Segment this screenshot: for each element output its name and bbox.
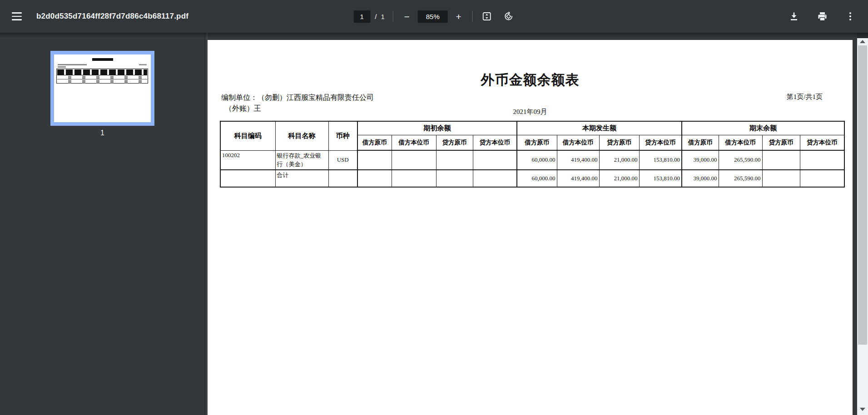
sub-header: 贷方本位币 [639, 135, 682, 150]
cell-value [357, 150, 392, 170]
vertical-scrollbar[interactable] [857, 33, 868, 415]
page-separator: / [375, 13, 377, 20]
download-icon[interactable] [788, 10, 800, 22]
page-number-input[interactable]: 1 [353, 10, 370, 23]
sub-header: 借方本位币 [392, 135, 436, 150]
cell-value [473, 170, 517, 187]
print-icon[interactable] [816, 10, 828, 22]
cell-value [436, 170, 473, 187]
cell-value: 419,400.00 [557, 150, 599, 170]
pdf-toolbar: b2d0d535d7164ff28f7d7d86c4b68117.pdf 1 /… [0, 0, 868, 33]
cell-value: 60,000.00 [517, 150, 557, 170]
cell-value [392, 150, 436, 170]
thumbnail-sidebar: 1 [0, 33, 204, 415]
thumbnail-text-smudge [58, 66, 66, 68]
cell-value: 39,000.00 [682, 170, 719, 187]
cell-value: 21,000.00 [599, 150, 639, 170]
group-header-current: 本期发生额 [517, 121, 682, 135]
toolbar-right-section [788, 0, 868, 33]
cell-value: 265,590.00 [719, 150, 762, 170]
scrollbar-top-cap [857, 33, 868, 38]
toolbar-page-controls: 1 / 1 − 85% + [353, 0, 515, 33]
cell-value [392, 170, 436, 187]
sub-header: 借方本位币 [719, 135, 762, 150]
pdf-page: 外币金额余额表 编制单位：（勿删）江西服宝精品有限责任公司 （外账）王 第1页/… [208, 40, 853, 415]
toolbar-divider [393, 11, 393, 22]
zoom-in-icon[interactable]: + [453, 12, 464, 21]
cell-total-label: 合计 [275, 170, 328, 187]
sub-header: 借方原币 [357, 135, 392, 150]
cell-value [357, 170, 392, 187]
cell-value: 419,400.00 [557, 170, 599, 187]
thumbnail-text-smudge [139, 64, 147, 65]
thumbnail-page-number: 1 [50, 129, 154, 137]
sub-header: 贷方原币 [762, 135, 800, 150]
cell-value: 153,810.00 [639, 150, 682, 170]
cell-account-code [220, 170, 275, 187]
col-header-currency: 币种 [328, 121, 357, 150]
sub-header: 贷方原币 [436, 135, 473, 150]
group-header-closing: 期末余额 [682, 121, 844, 135]
page-indicator: 第1页/共1页 [787, 93, 823, 101]
toolbar-divider [472, 11, 473, 22]
cell-account-code: 100202 [220, 150, 275, 170]
cell-value: 21,000.00 [599, 170, 639, 187]
balance-table: 科目编码 科目名称 币种 期初余额 本期发生额 期末余额 借方原币 借方本位币 … [220, 121, 845, 188]
thumbnail-table-smudge [56, 69, 148, 84]
scroll-up-icon[interactable] [860, 40, 865, 43]
cell-value: 265,590.00 [719, 170, 762, 187]
thumbnail-page-preview [54, 54, 151, 122]
prepared-by-line: 编制单位：（勿删）江西服宝精品有限责任公司 [221, 93, 374, 103]
pdf-viewer-area: 外币金额余额表 编制单位：（勿删）江西服宝精品有限责任公司 （外账）王 第1页/… [208, 33, 857, 415]
col-header-account-name: 科目名称 [275, 121, 328, 150]
col-header-account-code: 科目编码 [220, 121, 275, 150]
menu-icon[interactable] [12, 11, 23, 22]
cell-currency [328, 170, 357, 187]
cell-value [800, 150, 844, 170]
more-menu-icon[interactable] [844, 10, 856, 22]
toolbar-left-section: b2d0d535d7164ff28f7d7d86c4b68117.pdf [0, 11, 188, 22]
sub-header: 借方原币 [517, 135, 557, 150]
pdf-viewer-window: b2d0d535d7164ff28f7d7d86c4b68117.pdf 1 /… [0, 0, 868, 415]
thumbnail-text-smudge [58, 64, 87, 65]
page-thumbnail[interactable] [50, 51, 154, 126]
document-title: 外币金额余额表 [208, 71, 853, 89]
cell-account-name: 银行存款_农业银行（美金） [275, 150, 328, 170]
document-filename: b2d0d535d7164ff28f7d7d86c4b68117.pdf [36, 12, 188, 21]
zoom-out-icon[interactable]: − [402, 12, 412, 21]
cell-value [473, 150, 517, 170]
sub-header: 借方本位币 [557, 135, 599, 150]
sub-header: 借方原币 [682, 135, 719, 150]
cell-currency: USD [328, 150, 357, 170]
table-row: 100202 银行存款_农业银行（美金） USD 60,000.00 419,4… [220, 150, 844, 170]
cell-value [762, 170, 800, 187]
sub-header: 贷方原币 [599, 135, 639, 150]
page-total-count: 1 [381, 13, 384, 20]
fit-to-page-icon[interactable] [481, 10, 493, 22]
sidebar-divider [204, 33, 208, 415]
cell-value [800, 170, 844, 187]
rotate-icon[interactable] [503, 10, 515, 22]
scrollbar-thumb[interactable] [858, 45, 867, 345]
cell-value [436, 150, 473, 170]
group-header-opening: 期初余额 [357, 121, 517, 135]
sub-header: 贷方本位币 [473, 135, 517, 150]
table-total-row: 合计 60,000.00 419,400.00 21,000.00 153,81… [220, 170, 844, 187]
sub-header: 贷方本位币 [800, 135, 844, 150]
cell-value: 60,000.00 [517, 170, 557, 187]
cell-value: 39,000.00 [682, 150, 719, 170]
thumbnail-title-smudge [92, 58, 113, 61]
report-period: 2021年09月 [208, 108, 853, 116]
zoom-level-input[interactable]: 85% [418, 10, 448, 23]
cell-value [762, 150, 800, 170]
cell-value: 153,810.00 [639, 170, 682, 187]
scroll-down-icon[interactable] [860, 408, 865, 411]
